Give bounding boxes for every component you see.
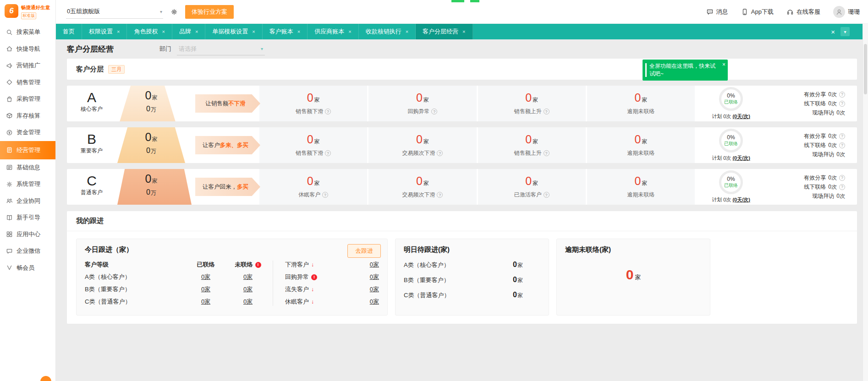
avatar xyxy=(833,6,845,18)
stat-cell[interactable]: 0家 逾期未联络 xyxy=(587,127,695,163)
tab-close-icon[interactable]: × xyxy=(252,29,255,34)
stat-cell[interactable]: 0家 回购异常? xyxy=(368,86,476,121)
stat-cell[interactable]: 0家 销售额上升? xyxy=(478,127,586,163)
user-menu[interactable]: 珊珊 xyxy=(833,6,860,18)
go-followup-button[interactable]: 去跟进 xyxy=(347,244,381,258)
help-icon[interactable]: ? xyxy=(839,184,845,190)
alert-value-link[interactable]: 0家 xyxy=(370,298,379,306)
stat-cell[interactable]: 0家 已激活客户? xyxy=(478,169,586,205)
sidebar-item-funds-mgmt[interactable]: 资金管理 xyxy=(0,124,55,141)
workspace-select[interactable]: 0五组旗舰版 ▾ xyxy=(66,5,163,19)
tab-brand[interactable]: 品牌 × xyxy=(172,24,205,39)
segment-stats: 0家 销售额下滑? 0家 交易频次下滑? 0家 销售额上升? 0家 逾期未联络 xyxy=(259,127,697,163)
tab-role-authorization[interactable]: 角色授权 × xyxy=(127,24,172,39)
sidebar-item-beginner-guide[interactable]: 新手引导 xyxy=(0,209,55,226)
tab-list-dropdown-icon[interactable]: ▾ xyxy=(841,27,850,36)
tab-close-icon[interactable]: × xyxy=(162,29,165,34)
sidebar-item-quick-nav[interactable]: 快捷导航 xyxy=(0,41,55,58)
month-badge: 三月 xyxy=(108,65,125,74)
tab-receipt-writeoff[interactable]: 收款核销执行 × xyxy=(359,24,416,39)
sidebar-item-enterprise-wechat[interactable]: 企业微信 xyxy=(0,243,55,260)
help-icon[interactable]: ? xyxy=(431,109,437,114)
stat-value: 0 xyxy=(525,133,532,146)
down-arrow-icon: ↓ xyxy=(311,299,314,305)
stat-cell[interactable]: 0家 销售额下滑? xyxy=(259,127,367,163)
stat-cell[interactable]: 0家 交易频次下滑? xyxy=(368,127,476,163)
tab-close-icon[interactable]: × xyxy=(195,29,198,34)
help-icon[interactable]: ? xyxy=(839,142,845,148)
help-icon[interactable]: ? xyxy=(544,192,549,198)
help-icon[interactable]: ? xyxy=(839,175,845,181)
sidebar-item-business-mgmt[interactable]: 经营管理 xyxy=(0,141,55,159)
tab-doc-template-settings[interactable]: 单据模板设置 × xyxy=(205,24,262,39)
home-icon xyxy=(5,45,13,53)
help-icon[interactable]: ? xyxy=(839,133,845,139)
tab-close-icon[interactable]: × xyxy=(462,29,465,34)
contacted-link[interactable]: 0家 xyxy=(201,273,210,280)
segment-letter: A xyxy=(74,90,109,105)
stat-cell[interactable]: 0家 交易频次下滑? xyxy=(368,169,476,205)
help-icon[interactable]: ? xyxy=(544,109,549,114)
uncontacted-link[interactable]: 0家 xyxy=(243,298,253,305)
scrollbar-thumb[interactable] xyxy=(864,44,867,94)
floating-button-peek[interactable] xyxy=(40,376,51,381)
tab-customer-ledger[interactable]: 客户账本 × xyxy=(263,24,308,39)
help-icon[interactable]: ? xyxy=(322,192,328,198)
tab-close-icon[interactable]: × xyxy=(297,29,300,34)
table-row-level: C类（普通客户） xyxy=(85,298,186,306)
messages-button[interactable]: 消息 xyxy=(706,8,728,16)
uncontacted-link[interactable]: 0家 xyxy=(243,286,253,293)
online-service-button[interactable]: 在线客服 xyxy=(786,8,820,16)
tab-supplier-ledger[interactable]: 供应商账本 × xyxy=(308,24,358,39)
sidebar-item-sales-mgmt[interactable]: 销售管理 xyxy=(0,74,55,91)
alert-value-link[interactable]: 0家 xyxy=(370,285,379,294)
stat-cell[interactable]: 0家 逾期未联络 xyxy=(587,86,695,121)
help-icon[interactable]: ? xyxy=(325,150,331,156)
stat-unit: 家 xyxy=(314,138,320,145)
tab-close-icon[interactable]: × xyxy=(348,29,351,34)
stat-cell[interactable]: 0家 休眠客户? xyxy=(259,169,367,205)
stat-cell[interactable]: 0家 逾期未联络 xyxy=(587,169,695,205)
plan-link[interactable]: (0天/次) xyxy=(732,114,750,119)
stat-cell[interactable]: 0家 销售额下滑? xyxy=(259,86,367,121)
help-icon[interactable]: ? xyxy=(437,192,443,198)
help-icon[interactable]: ? xyxy=(839,92,845,98)
tab-customer-segmentation[interactable]: 客户分层经营 × xyxy=(416,24,472,39)
sidebar-item-inventory-accounting[interactable]: 库存核算 xyxy=(0,108,55,125)
sidebar-item-system-mgmt[interactable]: 系统管理 xyxy=(0,176,55,193)
sidebar-item-app-center[interactable]: 应用中心 xyxy=(0,226,55,243)
dept-select[interactable]: 请选择 ▾ xyxy=(177,43,265,55)
sidebar-item-member[interactable]: 畅会员 xyxy=(0,260,55,277)
stat-label: 回购异常 xyxy=(407,108,429,115)
workspace-settings-button[interactable] xyxy=(170,8,178,16)
sidebar-item-purchase-mgmt[interactable]: 采购管理 xyxy=(0,91,55,108)
notice-close-icon[interactable]: × xyxy=(722,61,725,69)
tab-close-icon[interactable]: × xyxy=(406,29,408,34)
help-icon[interactable]: ? xyxy=(437,150,443,156)
stat-value: 0 xyxy=(307,174,313,187)
stat-cell[interactable]: 0家 销售额上升? xyxy=(478,86,586,121)
contacted-link[interactable]: 0家 xyxy=(201,286,210,293)
tab-close-icon[interactable]: × xyxy=(117,29,120,34)
sidebar-item-basic-info[interactable]: 基础信息 xyxy=(0,159,55,176)
sidebar-item-search-menu[interactable]: 搜索菜单 xyxy=(0,24,55,41)
table-row-level: A类（核心客户） xyxy=(85,273,186,281)
help-icon[interactable]: ? xyxy=(544,150,549,156)
uncontacted-link[interactable]: 0家 xyxy=(243,273,253,280)
plan-link[interactable]: (0天/次) xyxy=(732,197,750,202)
experience-industry-button[interactable]: 体验行业方案 xyxy=(185,5,234,19)
tab-permission-settings[interactable]: 权限设置 × xyxy=(82,24,127,39)
sidebar-item-enterprise-collab[interactable]: 企业协同 xyxy=(0,193,55,210)
vertical-scrollbar[interactable] xyxy=(863,24,868,381)
close-all-tabs-icon[interactable]: × xyxy=(831,28,835,36)
plan-link[interactable]: (0天/次) xyxy=(732,155,750,161)
contacted-link[interactable]: 0家 xyxy=(201,298,210,305)
app-download-button[interactable]: App下载 xyxy=(741,8,774,16)
help-icon[interactable]: ? xyxy=(325,109,331,114)
alert-value-link[interactable]: 0家 xyxy=(370,261,379,269)
alert-value-link[interactable]: 0家 xyxy=(370,273,379,281)
sidebar-item-marketing[interactable]: 营销推广 xyxy=(0,57,55,74)
stat-unit: 家 xyxy=(642,97,647,103)
help-icon[interactable]: ? xyxy=(839,101,845,107)
tab-home[interactable]: 首页 xyxy=(56,24,82,39)
